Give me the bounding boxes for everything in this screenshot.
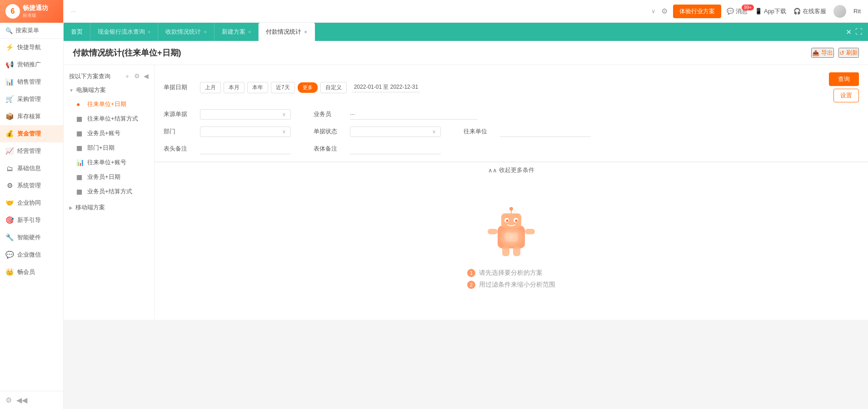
svg-rect-10: [502, 246, 509, 256]
page-header-actions: 📤 导出 ↺ 刷新: [811, 48, 859, 58]
panel-add-btn[interactable]: ＋: [124, 72, 130, 81]
doc-status-select[interactable]: ∨: [350, 126, 441, 137]
purchase-icon: 🛒: [5, 95, 14, 103]
tab-close-all-icon[interactable]: ✕: [846, 28, 852, 36]
user-avatar: [833, 5, 846, 18]
query-btn[interactable]: 查询: [829, 72, 859, 86]
plan-icon: ▦: [76, 115, 84, 122]
sidebar-item-member[interactable]: 👑 畅会员: [0, 263, 63, 281]
left-panel: 按以下方案查询 ＋ ⚙ ◀ ▼ 电脑端方案 ● 往来单位+日期: [64, 65, 155, 320]
counterpart-input[interactable]: [500, 126, 591, 137]
date-btn-last-month[interactable]: 上月: [200, 82, 221, 93]
table-header-note-input[interactable]: [200, 143, 291, 154]
arrow-down-icon: ▼: [69, 88, 74, 93]
salesman-filter-label: 业务员: [314, 110, 341, 118]
operation-icon: 📈: [5, 147, 14, 155]
tab-payment-close[interactable]: ×: [304, 29, 307, 35]
sidebar-item-purchase[interactable]: 🛒 采购管理: [0, 91, 63, 108]
sidebar-item-label: 销售管理: [17, 78, 41, 86]
sidebar-item-basic[interactable]: 🗂 基础信息: [0, 160, 63, 177]
sidebar-item-enterprise[interactable]: 🤝 企业协同: [0, 194, 63, 212]
sidebar-item-quick-nav[interactable]: ⚡ 快捷导航: [0, 39, 63, 56]
main-content: ··· ∨ ⚙ 体验行业方案 💬 消息 99+ 📱 App下载 🎧 在线客服 R…: [64, 0, 868, 409]
sidebar-item-marketing[interactable]: 📢 营销推广: [0, 56, 63, 73]
sidebar-item-hardware[interactable]: 🔧 智能硬件: [0, 229, 63, 246]
collapse-more-btn[interactable]: ∧∧ 收起更多条件: [488, 166, 534, 174]
settings-filter-btn[interactable]: 设置: [833, 89, 859, 102]
panel-group-mobile-title[interactable]: ▶ 移动端方案: [64, 201, 154, 214]
sidebar-search[interactable]: 🔍 搜索菜单: [0, 23, 63, 39]
trial-btn[interactable]: 体验行业方案: [673, 5, 721, 18]
panel-collapse-btn[interactable]: ◀: [144, 72, 149, 81]
tab-payment-stat[interactable]: 付款情况统计 ×: [259, 23, 314, 41]
sidebar-item-guide[interactable]: 🎯 新手引导: [0, 212, 63, 229]
tip-num-1: 1: [467, 269, 475, 277]
sidebar-item-finance[interactable]: 💰 资金管理: [0, 125, 63, 142]
refresh-btn[interactable]: ↺ 刷新: [838, 48, 859, 58]
filter-row-date: 单据日期 上月 本月 本年 近7天 更多 自定义 2022-01-01 至 20…: [164, 72, 859, 102]
collapse-sidebar-icon[interactable]: ◀◀: [16, 396, 27, 404]
empty-tip-1: 1 请先选择要分析的方案: [467, 269, 555, 277]
sidebar-item-inventory[interactable]: 📦 库存核算: [0, 108, 63, 125]
panel-item-salesman-settlement[interactable]: ▦ 业务员+结算方式: [64, 184, 154, 199]
plan-icon: ▦: [76, 144, 84, 151]
empty-tips: 1 请先选择要分析的方案 2 用过滤条件来缩小分析范围: [467, 269, 555, 293]
tab-bank-flow-close[interactable]: ×: [148, 29, 150, 35]
panel-item-dept-date[interactable]: ▦ 部门+日期: [64, 141, 154, 155]
tab-home[interactable]: 首页: [64, 23, 90, 41]
tab-new-plan-close[interactable]: ×: [248, 29, 251, 35]
date-btn-custom[interactable]: 自定义: [320, 82, 347, 93]
dept-arrow: ∨: [282, 129, 286, 135]
chart-plan-icon: 📊: [76, 159, 84, 166]
active-plan-icon: ●: [76, 101, 84, 108]
panel-item-salesman-account[interactable]: ▦ 业务员+账号: [64, 126, 154, 141]
tab-new-plan[interactable]: 新建方案 ×: [215, 23, 259, 41]
dept-select[interactable]: ∨: [200, 126, 291, 137]
enterprise-icon: 🤝: [5, 199, 14, 207]
sidebar-item-label: 营销推广: [17, 61, 41, 69]
salesman-input[interactable]: [350, 109, 477, 120]
date-btn-more[interactable]: 更多: [298, 82, 318, 93]
date-btn-7days[interactable]: 近7天: [271, 82, 295, 93]
panel-item-counterpart-date[interactable]: ● 往来单位+日期: [64, 97, 154, 111]
topbar-settings-icon[interactable]: ⚙: [661, 7, 668, 15]
tip-text-1: 请先选择要分析的方案: [479, 269, 543, 277]
topbar: ··· ∨ ⚙ 体验行业方案 💬 消息 99+ 📱 App下载 🎧 在线客服 R…: [64, 0, 868, 23]
panel-item-counterpart-settlement[interactable]: ▦ 往来单位+结算方式: [64, 111, 154, 126]
date-btn-this-year[interactable]: 本年: [247, 82, 268, 93]
sidebar-item-wechat[interactable]: 💬 企业微信: [0, 246, 63, 263]
panel-group-pc-title[interactable]: ▼ 电脑端方案: [64, 83, 154, 97]
member-icon: 👑: [5, 268, 14, 276]
plan-icon: ▦: [76, 188, 84, 195]
settings-bottom-icon[interactable]: ⚙: [5, 396, 12, 404]
sales-icon: 📊: [5, 78, 14, 86]
panel-item-salesman-date[interactable]: ▦ 业务员+日期: [64, 170, 154, 184]
svg-point-4: [506, 220, 509, 222]
tab-collection-close[interactable]: ×: [204, 29, 206, 35]
service-btn[interactable]: 🎧 在线客服: [793, 7, 826, 15]
filter-row-notes: 表头备注 表体备注: [164, 143, 859, 154]
source-doc-select[interactable]: ∨: [200, 109, 291, 120]
sidebar-item-system[interactable]: ⚙ 系统管理: [0, 177, 63, 194]
sidebar-search-label: 搜索菜单: [15, 26, 39, 35]
wechat-icon: 💬: [5, 251, 14, 259]
tab-new-plan-label: 新建方案: [222, 28, 245, 36]
panel-settings-btn[interactable]: ⚙: [134, 72, 140, 81]
table-body-note-input[interactable]: [350, 143, 441, 154]
sidebar-item-label: 智能硬件: [17, 233, 41, 242]
panel-item-counterpart-account[interactable]: 📊 往来单位+账号: [64, 155, 154, 170]
table-body-note-label: 表体备注: [314, 145, 341, 153]
sidebar-item-sales[interactable]: 📊 销售管理: [0, 73, 63, 91]
sidebar-item-operation[interactable]: 📈 经营管理: [0, 142, 63, 160]
tab-collection-stat[interactable]: 收款情况统计 ×: [158, 23, 214, 41]
date-btn-this-month[interactable]: 本月: [224, 82, 244, 93]
export-btn[interactable]: 📤 导出: [811, 48, 834, 58]
app-download-btn[interactable]: 📱 App下载: [755, 7, 786, 15]
tab-expand-icon[interactable]: ⛶: [855, 28, 863, 36]
message-btn[interactable]: 💬 消息 99+: [727, 7, 748, 15]
service-icon: 🎧: [793, 8, 801, 15]
tab-bank-flow[interactable]: 现金银行流水查询 ×: [90, 23, 158, 41]
svg-rect-11: [513, 246, 520, 256]
page-title: 付款情况统计(往来单位+日期): [73, 47, 181, 58]
quick-nav-icon: ⚡: [5, 43, 14, 51]
